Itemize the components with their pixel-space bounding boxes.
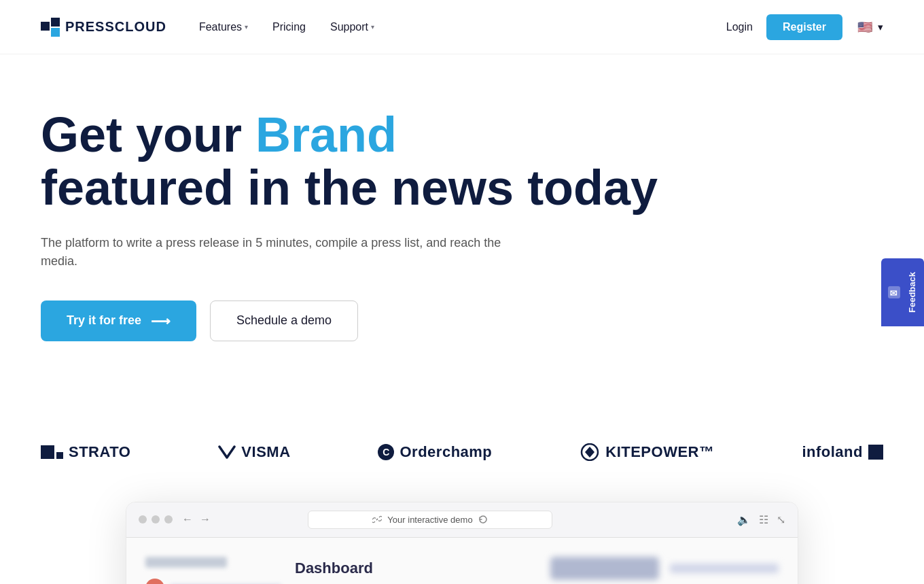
- support-chevron: ▾: [371, 23, 374, 31]
- link-icon: [372, 515, 382, 524]
- nav-features[interactable]: Features ▾: [199, 21, 248, 33]
- lang-chevron: ▾: [878, 21, 883, 33]
- demo-container: ← → Your interactive demo 🔈 ☷ ⤡: [85, 502, 839, 585]
- orderchamp-logo: C Orderchamp: [378, 443, 492, 461]
- browser-nav: ← →: [182, 513, 211, 526]
- svg-rect-2: [51, 28, 60, 37]
- nav-links: Features ▾ Pricing Support ▾: [199, 21, 374, 33]
- nav-pricing-link[interactable]: Pricing: [272, 21, 306, 33]
- kitepower-logo: KITEPOWER™: [580, 443, 714, 461]
- headline-suffix: featured in the news today: [41, 160, 658, 215]
- address-bar-text: Your interactive demo: [387, 515, 472, 525]
- browser-dots: [139, 515, 173, 523]
- logo-icon: [41, 18, 60, 37]
- browser-actions: 🔈 ☷ ⤡: [737, 513, 785, 526]
- browser-content: Dashboard Smart Press Release Suggestion…: [126, 538, 798, 585]
- strato-logo: STRATO: [41, 443, 130, 461]
- infoland-logo: infoland: [802, 443, 883, 461]
- hero-subtext: The platform to write a press release in…: [41, 234, 516, 271]
- arrow-icon: ⟶: [151, 313, 171, 329]
- flag-icon: 🇺🇸: [856, 18, 874, 36]
- navbar: PRESSCLOUD Features ▾ Pricing Support ▾: [0, 0, 924, 54]
- address-bar: Your interactive demo: [308, 511, 552, 529]
- nav-features-link[interactable]: Features ▾: [199, 21, 248, 33]
- orderchamp-icon: C: [378, 444, 394, 460]
- headline-brand-word: Brand: [255, 107, 397, 162]
- demo-cta-blur: [550, 557, 659, 580]
- headline-prefix: Get your: [41, 107, 255, 162]
- try-free-button[interactable]: Try it for free ⟶: [41, 300, 196, 341]
- navbar-right: Login Register 🇺🇸 ▾: [726, 14, 883, 40]
- demo-header-actions: [550, 557, 779, 580]
- demo-main-header: Dashboard: [295, 557, 779, 580]
- brand-name: PRESSCLOUD: [65, 19, 166, 35]
- back-icon[interactable]: ←: [182, 513, 193, 526]
- register-button[interactable]: Register: [766, 14, 842, 40]
- infoland-icon: [868, 445, 883, 460]
- demo-main: Dashboard Smart Press Release Suggestion…: [295, 557, 779, 585]
- nav-pricing[interactable]: Pricing: [272, 21, 306, 33]
- login-button[interactable]: Login: [726, 21, 753, 33]
- fullscreen-icon[interactable]: ⤡: [777, 513, 785, 526]
- nav-support-link[interactable]: Support ▾: [330, 21, 374, 33]
- demo-sidebar-logo: [145, 557, 227, 568]
- kitepower-icon: [580, 443, 600, 461]
- language-selector[interactable]: 🇺🇸 ▾: [856, 18, 883, 36]
- strato-icon: [41, 445, 63, 459]
- svg-rect-1: [51, 18, 60, 27]
- schedule-demo-label: Schedule a demo: [236, 313, 332, 327]
- mute-icon[interactable]: 🔈: [737, 513, 751, 526]
- hero-section: Get your Brand featured in the news toda…: [0, 54, 924, 430]
- browser-toolbar: ← → Your interactive demo 🔈 ☷ ⤡: [126, 502, 798, 538]
- dot-red: [139, 515, 147, 523]
- settings-icon[interactable]: ☷: [759, 513, 768, 526]
- schedule-demo-button[interactable]: Schedule a demo: [210, 300, 358, 341]
- logos-strip: STRATO VISMA C Orderchamp KITEPOWER™ inf…: [0, 430, 924, 502]
- feedback-label: Feedback: [907, 272, 917, 313]
- try-free-label: Try it for free: [67, 313, 141, 328]
- sidebar-avatar: [145, 579, 164, 585]
- demo-dashboard-title: Dashboard: [295, 560, 373, 577]
- feedback-tab[interactable]: ✉ Feedback: [881, 258, 924, 326]
- features-chevron: ▾: [245, 23, 248, 31]
- logo[interactable]: PRESSCLOUD: [41, 18, 166, 37]
- demo-inner: Dashboard Smart Press Release Suggestion…: [145, 557, 779, 585]
- nav-support[interactable]: Support ▾: [330, 21, 374, 33]
- demo-sidebar-item-1: [145, 579, 281, 585]
- navbar-left: PRESSCLOUD Features ▾ Pricing Support ▾: [41, 18, 374, 37]
- hero-headline: Get your Brand featured in the news toda…: [41, 109, 883, 215]
- visma-icon: [218, 445, 236, 459]
- demo-text-blur: [670, 564, 779, 573]
- svg-rect-0: [41, 22, 50, 31]
- refresh-icon[interactable]: [478, 515, 488, 524]
- visma-logo: VISMA: [218, 443, 290, 461]
- browser-window: ← → Your interactive demo 🔈 ☷ ⤡: [126, 502, 798, 585]
- feedback-icon: ✉: [888, 286, 900, 298]
- forward-icon[interactable]: →: [200, 513, 211, 526]
- dot-yellow: [152, 515, 160, 523]
- hero-buttons: Try it for free ⟶ Schedule a demo: [41, 300, 883, 341]
- dot-green: [164, 515, 173, 523]
- demo-sidebar: [145, 557, 281, 585]
